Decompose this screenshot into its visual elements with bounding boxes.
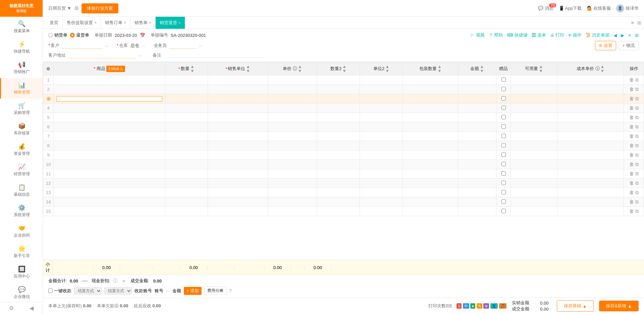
unit2-cell-4[interactable]: [360, 104, 403, 113]
salesperson-more-icon[interactable]: ···: [199, 43, 203, 48]
remark-input[interactable]: [164, 53, 265, 58]
avail-cell-8[interactable]: [511, 141, 557, 150]
gift-cell-11[interactable]: [496, 169, 511, 179]
s-icon4[interactable]: ✎: [477, 303, 482, 309]
price-cell-2[interactable]: [268, 85, 317, 94]
qty2-cell-1[interactable]: [317, 75, 360, 85]
amount-cell-11[interactable]: [458, 169, 496, 179]
product-cell-6[interactable]: [54, 122, 165, 132]
gift-check-14[interactable]: [501, 199, 506, 204]
avail-cell-6[interactable]: [511, 122, 557, 132]
qty2-cell-2[interactable]: [317, 85, 360, 94]
amount-cell-13[interactable]: [458, 188, 496, 197]
unit-cell-12[interactable]: [208, 179, 268, 188]
avail-cell-7[interactable]: [511, 132, 557, 141]
unit-cell-7[interactable]: [208, 132, 268, 141]
gift-check-6[interactable]: [501, 124, 506, 129]
unit-cell-10[interactable]: [208, 160, 268, 169]
select-doc-btn[interactable]: ☰ 选单: [532, 32, 546, 38]
delete-icon-8[interactable]: 🗑: [629, 143, 634, 148]
amount-cell-3[interactable]: [458, 94, 496, 104]
avail-cell-10[interactable]: [511, 160, 557, 169]
cost-cell-12[interactable]: [557, 179, 624, 188]
one-click-pay-check[interactable]: 一键收款: [48, 288, 71, 294]
scan-btn[interactable]: 扫码录入: [106, 66, 125, 72]
account-more-icon[interactable]: ···: [166, 288, 170, 293]
copy-icon-6[interactable]: ⧉: [635, 124, 639, 130]
price-cell-14[interactable]: [268, 197, 317, 207]
qty2-cell-9[interactable]: [317, 150, 360, 160]
delete-icon-3[interactable]: 🗑: [629, 96, 634, 102]
customer-more-icon[interactable]: ···: [105, 43, 109, 48]
message-btn[interactable]: 💬 消息 70: [538, 5, 553, 11]
gift-check-5[interactable]: [501, 115, 506, 119]
s-icon5[interactable]: ⊞: [483, 303, 489, 309]
video-btn[interactable]: ▷ 视频: [470, 32, 485, 38]
delete-icon-10[interactable]: 🗑: [629, 162, 634, 167]
gift-check-7[interactable]: [501, 134, 506, 138]
next-doc-icon[interactable]: ▶: [621, 33, 624, 38]
cost-cell-5[interactable]: [557, 113, 624, 122]
cost-cell-13[interactable]: [557, 188, 624, 197]
sidebar-item-apps[interactable]: 🔲 应用中心: [0, 262, 43, 282]
copy-icon-11[interactable]: ⧉: [635, 171, 639, 177]
avail-cell-4[interactable]: [511, 104, 557, 113]
delete-icon-5[interactable]: 🗑: [629, 115, 634, 120]
view-list-icon[interactable]: ≡: [628, 33, 631, 38]
collapse-icon[interactable]: ◀: [30, 305, 34, 311]
setup-btn[interactable]: ⚙ 设置: [595, 41, 616, 50]
product-cell-3[interactable]: [54, 94, 165, 104]
s-icon6[interactable]: 👤: [490, 303, 498, 309]
amount-cell-5[interactable]: [458, 113, 496, 122]
delete-icon-9[interactable]: 🗑: [629, 152, 634, 158]
grid-table-wrapper[interactable]: ⚙ * 商品 扫码录入 *数量 ▲▼: [43, 62, 644, 260]
gift-cell-2[interactable]: [496, 85, 511, 94]
unit2-cell-12[interactable]: [360, 179, 403, 188]
gift-cell-6[interactable]: [496, 122, 511, 132]
discount-help-icon[interactable]: ⓘ: [113, 278, 117, 284]
tab-sales-delivery-close[interactable]: ×: [149, 20, 151, 25]
help-btn[interactable]: ？ 帮助: [489, 32, 503, 38]
product-cell-14[interactable]: [54, 197, 165, 207]
amount-cell-15[interactable]: [458, 207, 496, 216]
cost-cell-8[interactable]: [557, 141, 624, 150]
product-cell-9[interactable]: [54, 150, 165, 160]
copy-icon-7[interactable]: ⧉: [635, 133, 639, 139]
delete-icon-11[interactable]: 🗑: [629, 171, 634, 177]
unit2-cell-1[interactable]: [360, 75, 403, 85]
qty2-cell-6[interactable]: [317, 122, 360, 132]
cost-cell-3[interactable]: [557, 94, 624, 104]
amount-cell-7[interactable]: [458, 132, 496, 141]
print-btn[interactable]: 🖨 打印: [550, 32, 565, 38]
qty2-cell-12[interactable]: [317, 179, 360, 188]
avail-cell-3[interactable]: [511, 94, 557, 104]
sidebar-item-shortcut[interactable]: ⚡ 快捷导航: [0, 37, 43, 58]
sidebar-item-system[interactable]: ⚙️ 系统管理: [0, 201, 43, 221]
logistics-btn[interactable]: + 物流: [619, 41, 639, 50]
cost-cell-6[interactable]: [557, 122, 624, 132]
pkg-cell-6[interactable]: [403, 122, 458, 132]
qty-cell-4[interactable]: [165, 104, 208, 113]
unit-cell-14[interactable]: [208, 197, 268, 207]
avail-cell-11[interactable]: [511, 169, 557, 179]
prev-doc-icon[interactable]: ◀: [613, 33, 617, 38]
gift-check-13[interactable]: [501, 190, 506, 194]
sidebar-item-cooperation[interactable]: 🤝 企业协同: [0, 221, 43, 242]
pkg-cell-5[interactable]: [403, 113, 458, 122]
copy-icon-5[interactable]: ⧉: [635, 115, 639, 120]
settings-icon[interactable]: ⚙: [9, 305, 14, 311]
product-cell-13[interactable]: [54, 188, 165, 197]
price-cell-6[interactable]: [268, 122, 317, 132]
delete-icon-2[interactable]: 🗑: [629, 86, 634, 92]
cost-cell-2[interactable]: [557, 85, 624, 94]
unit2-cell-2[interactable]: [360, 85, 403, 94]
unit-cell-11[interactable]: [208, 169, 268, 179]
gift-cell-9[interactable]: [496, 150, 511, 160]
gift-cell-14[interactable]: [496, 197, 511, 207]
cost-cell-7[interactable]: [557, 132, 624, 141]
tab-sales-return[interactable]: 销货退货 ×: [156, 17, 185, 29]
cost-cell-4[interactable]: [557, 104, 624, 113]
settle-method-select[interactable]: 结算方式: [74, 287, 102, 295]
pkg-cell-15[interactable]: [403, 207, 458, 216]
amount-cell-1[interactable]: [458, 75, 496, 85]
